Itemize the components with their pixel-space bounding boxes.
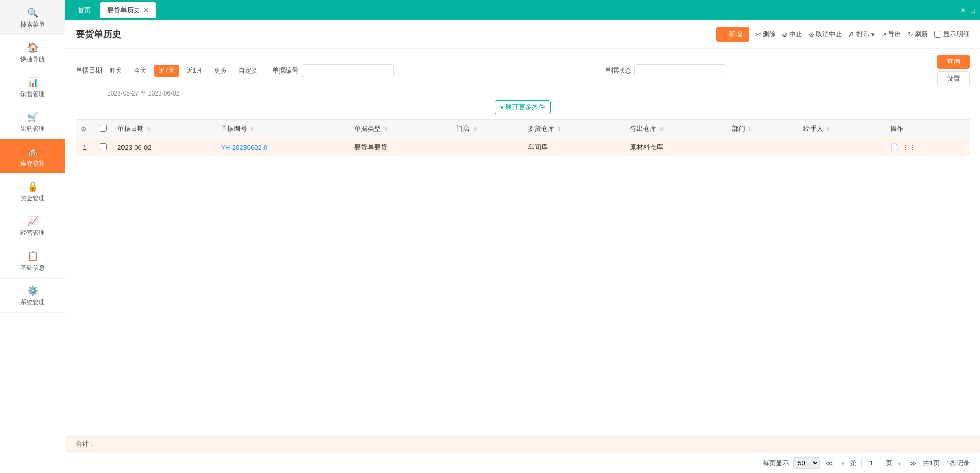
row-detail-icon[interactable]: ⋮⋮: [902, 143, 916, 151]
sort-target-warehouse-icon[interactable]: ⇅: [659, 126, 664, 132]
last-page-btn[interactable]: ≫: [907, 458, 919, 468]
window-maximize-button[interactable]: □: [971, 7, 975, 14]
th-store-label: 门店: [456, 125, 470, 132]
date-btn-yesterday[interactable]: 昨天: [105, 65, 127, 77]
page-title: 要货单历史: [76, 28, 711, 40]
display-detail-label: 显示明细: [943, 30, 970, 39]
tab-close-icon[interactable]: ✕: [143, 7, 149, 14]
row-type: 要货单要货: [349, 138, 451, 156]
billno-link[interactable]: YH-20230602-0: [220, 144, 267, 151]
date-btn-custom[interactable]: 自定义: [234, 65, 262, 77]
page-number-input[interactable]: [861, 458, 881, 468]
home-icon: 🏠: [27, 42, 38, 53]
orders-table: ⚙ 单据日期 ⇅ 单据编号 ⇅: [76, 119, 970, 156]
per-page-select[interactable]: 50 10 20 100: [793, 457, 820, 469]
status-select-wrapper: [634, 64, 927, 77]
th-billno-label: 单据编号: [220, 125, 247, 132]
print-icon: 🖨: [848, 31, 855, 38]
delete-button[interactable]: ✂ 删除: [755, 30, 776, 39]
expand-more-btn[interactable]: ▾ 展开更多条件: [495, 100, 551, 114]
export-label: 导出: [888, 30, 901, 39]
filter-action-btns: 查询 设置: [937, 55, 970, 86]
sidebar-item-sales[interactable]: 📊 销售管理: [0, 69, 65, 104]
prev-page-btn[interactable]: ‹: [840, 458, 846, 468]
page-header: 要货单历史 + 新增 ✂ 删除 ⊘ 中止 ⊗ 取消中止 🖨 打印: [65, 20, 980, 49]
th-dept: 部门 ⇅: [727, 120, 798, 138]
delete-label: 删除: [763, 30, 776, 39]
sidebar-item-system-label: 系统管理: [20, 298, 45, 307]
print-label: 打印: [856, 30, 870, 39]
display-detail-toggle[interactable]: 显示明细: [934, 30, 970, 39]
export-button[interactable]: ↗ 导出: [881, 30, 901, 39]
sidebar-item-purchase[interactable]: 🛒 采购管理: [0, 104, 65, 139]
page-unit-label: 页: [886, 459, 892, 468]
refresh-button[interactable]: ↻ 刷新: [908, 30, 928, 39]
row-actions: 📄 ⋮⋮: [885, 138, 970, 156]
row-select-checkbox[interactable]: [100, 143, 107, 150]
sort-store-icon[interactable]: ⇅: [473, 126, 477, 132]
sidebar-item-system[interactable]: ⚙️ 系统管理: [0, 278, 65, 313]
date-btn-more[interactable]: 更多: [210, 65, 231, 77]
sort-dept-icon[interactable]: ⇅: [748, 126, 752, 132]
status-select[interactable]: [634, 64, 726, 77]
table-settings-icon[interactable]: ⚙: [81, 125, 89, 133]
select-all-checkbox[interactable]: [100, 125, 107, 132]
suspend-button[interactable]: ⊘ 中止: [782, 30, 802, 39]
th-target-warehouse: 待出仓库 ⇅: [625, 120, 727, 138]
add-button[interactable]: + 新增: [716, 27, 749, 42]
row-billno: YH-20230602-0: [215, 138, 349, 156]
print-dropdown-icon: ▾: [871, 31, 875, 38]
th-action: 操作: [885, 120, 970, 138]
cancel-suspend-button[interactable]: ⊗ 取消中止: [808, 30, 842, 39]
display-detail-checkbox[interactable]: [934, 31, 941, 38]
sort-date-icon[interactable]: ⇅: [147, 126, 151, 132]
suspend-label: 中止: [789, 30, 802, 39]
row-edit-icon[interactable]: 📄: [890, 143, 899, 151]
action-icons-group: 📄 ⋮⋮: [890, 143, 965, 151]
next-page-btn[interactable]: ›: [896, 458, 903, 468]
filter-area: 单据日期 昨天 今天 近7天 近1月 更多 自定义 单据编号: [65, 49, 980, 119]
total-info: 共1页，1条记录: [923, 459, 970, 468]
sidebar-item-operations-label: 经营管理: [20, 229, 45, 238]
th-warehouse-label: 要货仓库: [528, 125, 554, 132]
window-close-button[interactable]: ✕: [960, 7, 966, 14]
date-btn-7days[interactable]: 近7天: [154, 65, 179, 77]
th-date: 单据日期 ⇅: [112, 120, 215, 138]
th-settings: ⚙: [76, 120, 94, 138]
export-icon: ↗: [881, 31, 887, 38]
sidebar-item-finance[interactable]: 🔒 资金管理: [0, 174, 65, 208]
print-button[interactable]: 🖨 打印 ▾: [848, 30, 875, 39]
expand-btn-label: 展开更多条件: [505, 103, 545, 112]
inventory-icon: 🏘️: [27, 146, 38, 157]
sidebar-item-basics[interactable]: 📋 基础信息: [0, 243, 65, 278]
th-store: 门店 ⇅: [451, 120, 523, 138]
sort-handler-icon[interactable]: ⇅: [826, 126, 830, 132]
sidebar: 🔍 搜索菜单 🏠 快捷导航 📊 销售管理 🛒 采购管理 🏘️ 库存核算 🔒 资金…: [0, 0, 65, 473]
date-btn-today[interactable]: 今天: [130, 65, 151, 77]
date-filters: 昨天 今天 近7天 近1月 更多 自定义: [105, 65, 262, 77]
filter-row-1: 单据日期 昨天 今天 近7天 近1月 更多 自定义 单据编号: [76, 55, 970, 86]
sidebar-item-inventory-label: 库存核算: [20, 159, 45, 168]
top-bar-right: ✕ □: [960, 7, 975, 14]
row-checkbox: [94, 138, 112, 156]
sort-warehouse-icon[interactable]: ⇅: [557, 126, 561, 132]
first-page-btn[interactable]: ≪: [824, 458, 836, 468]
tab-home[interactable]: 首页: [70, 2, 98, 18]
sidebar-item-operations[interactable]: 📈 经营管理: [0, 208, 65, 243]
query-button[interactable]: 查询: [937, 55, 970, 69]
cancel-suspend-icon: ⊗: [808, 31, 814, 38]
date-btn-1month[interactable]: 近1月: [182, 65, 207, 77]
sidebar-item-quicknav[interactable]: 🏠 快捷导航: [0, 35, 65, 69]
billno-input[interactable]: [302, 64, 394, 77]
th-dept-label: 部门: [732, 125, 745, 132]
sort-billno-icon[interactable]: ⇅: [250, 126, 254, 132]
th-date-label: 单据日期: [117, 125, 144, 132]
sidebar-item-inventory[interactable]: 🏘️ 库存核算: [0, 139, 65, 174]
sidebar-item-purchase-label: 采购管理: [20, 125, 45, 133]
sidebar-item-search[interactable]: 🔍 搜索菜单: [0, 0, 65, 35]
delete-icon: ✂: [755, 31, 761, 38]
tab-order-history[interactable]: 要货单历史 ✕: [100, 2, 156, 18]
settings-button[interactable]: 设置: [937, 71, 970, 86]
th-action-label: 操作: [890, 125, 903, 132]
sort-type-icon[interactable]: ⇅: [384, 126, 388, 132]
